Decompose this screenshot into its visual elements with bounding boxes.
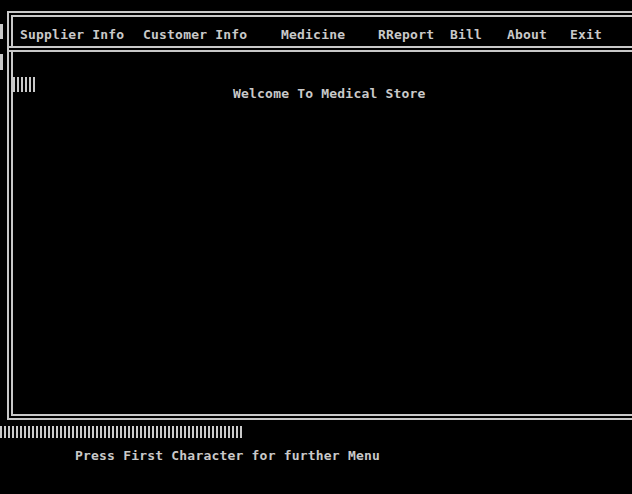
left-edge-mark-top	[0, 24, 3, 39]
menu-item-about[interactable]: About	[507, 28, 547, 42]
content-panel-border	[7, 46, 632, 420]
footer-bars-icon	[0, 426, 244, 438]
cursor-bars-icon	[13, 77, 36, 92]
menu-item-supplier-info[interactable]: Supplier Info	[20, 28, 124, 42]
dos-screen: Supplier Info Customer Info Medicine RRe…	[0, 0, 632, 494]
menu-item-exit[interactable]: Exit	[570, 28, 602, 42]
menu-item-rreport[interactable]: RReport	[378, 28, 434, 42]
footer-hint-text: Press First Character for further Menu	[75, 449, 380, 462]
menu-item-medicine[interactable]: Medicine	[281, 28, 345, 42]
welcome-text: Welcome To Medical Store	[233, 87, 426, 100]
left-edge-mark-bottom	[0, 54, 3, 70]
menu-item-bill[interactable]: Bill	[450, 28, 482, 42]
menu-item-customer-info[interactable]: Customer Info	[143, 28, 247, 42]
